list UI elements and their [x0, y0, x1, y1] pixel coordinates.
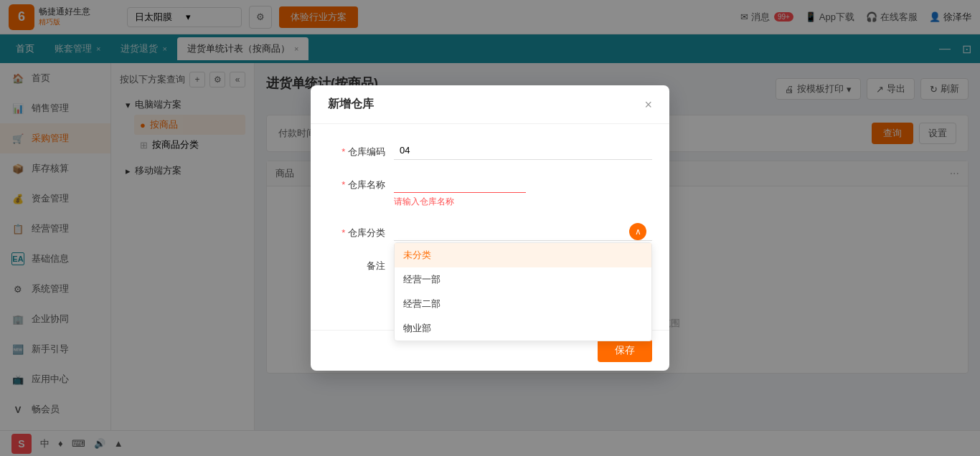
new-warehouse-dialog: 新增仓库 × 仓库编码 仓库名称: [311, 85, 669, 371]
dropdown-option-3[interactable]: 物业部: [395, 316, 651, 341]
dropdown-option-1[interactable]: 经营一部: [395, 267, 651, 292]
code-label: 仓库编码: [328, 141, 385, 158]
name-error-area: 请输入仓库名称: [394, 196, 454, 208]
dropdown-option-2[interactable]: 经营二部: [395, 292, 651, 316]
form-row-category: 仓库分类 ∧ 未分类 经营一部 经营二部 物业部: [328, 222, 652, 241]
note-label: 备注: [328, 255, 385, 272]
name-input-row: 仓库名称: [328, 174, 526, 193]
modal-overlay[interactable]: 新增仓库 × 仓库编码 仓库名称: [0, 0, 980, 456]
name-error-message: 请输入仓库名称: [394, 196, 454, 206]
name-input[interactable]: [394, 174, 526, 193]
dialog-close-button[interactable]: ×: [644, 98, 652, 111]
dialog-title: 新增仓库: [328, 97, 374, 112]
form-row-code: 仓库编码: [328, 141, 652, 160]
code-input[interactable]: [394, 141, 652, 160]
name-label: 仓库名称: [328, 174, 385, 191]
category-select-wrap: ∧ 未分类 经营一部 经营二部 物业部: [394, 222, 652, 241]
dropdown-option-0[interactable]: 未分类: [395, 243, 651, 267]
dialog-header: 新增仓库 ×: [311, 85, 669, 124]
save-button[interactable]: 保存: [598, 339, 652, 362]
category-dropdown-arrow[interactable]: ∧: [629, 223, 646, 240]
dialog-body: 仓库编码 仓库名称 请输入仓库名称: [311, 124, 669, 330]
form-row-name: 仓库名称 请输入仓库名称: [328, 174, 652, 208]
category-label: 仓库分类: [328, 222, 385, 239]
category-input[interactable]: [394, 222, 652, 241]
category-dropdown-list: 未分类 经营一部 经营二部 物业部: [394, 242, 652, 341]
name-control-wrap: [394, 174, 526, 193]
